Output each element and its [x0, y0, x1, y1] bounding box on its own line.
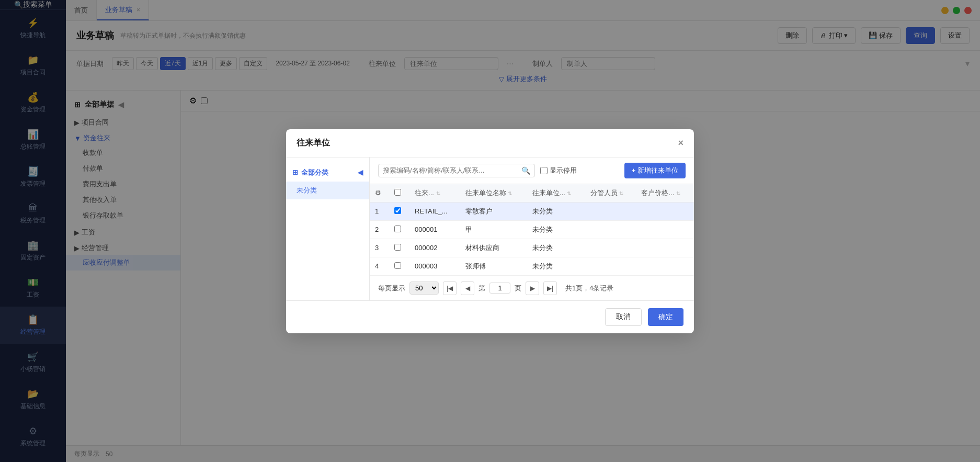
sort-icon-category[interactable]: ⇅: [567, 190, 571, 196]
col-code: 往来... ⇅: [409, 184, 460, 202]
page-size-select[interactable]: 10 20 50 100: [409, 281, 439, 295]
row-no: 4: [370, 257, 389, 275]
partner-dialog: 往来单位 × ⊞ 全部分类 ◀ 未分类 🔍: [286, 129, 694, 333]
row-code: 000001: [409, 220, 460, 239]
row-category: 未分类: [527, 239, 585, 257]
show-disabled-label[interactable]: 显示停用: [540, 166, 577, 175]
page-first-button[interactable]: |◀: [443, 281, 457, 295]
cancel-button[interactable]: 取消: [605, 308, 642, 326]
total-info: 共1页，4条记录: [565, 284, 613, 293]
dialog-overlay: 往来单位 × ⊞ 全部分类 ◀ 未分类 🔍: [0, 0, 980, 462]
sort-icon-name[interactable]: ⇅: [508, 190, 512, 196]
row-name: 零散客户: [460, 202, 527, 220]
row-checkbox[interactable]: [389, 257, 409, 275]
row-checkbox[interactable]: [389, 202, 409, 220]
dialog-cat-all-label: 全部分类: [301, 168, 328, 177]
dialog-sidebar: ⊞ 全部分类 ◀ 未分类: [286, 157, 370, 300]
grid-icon-2: ⊞: [292, 168, 298, 176]
dialog-search-input[interactable]: [383, 166, 521, 174]
row-price: [636, 220, 694, 239]
row-no: 3: [370, 239, 389, 257]
sort-icon-price[interactable]: ⇅: [676, 190, 680, 196]
row-price: [636, 239, 694, 257]
dialog-actions: 取消 确定: [286, 300, 694, 333]
dialog-cat-all[interactable]: ⊞ 全部分类 ◀: [286, 164, 369, 182]
row-name: 材料供应商: [460, 239, 527, 257]
select-all-dialog[interactable]: [394, 189, 401, 196]
show-disabled-text: 显示停用: [550, 166, 577, 175]
row-category: 未分类: [527, 202, 585, 220]
table-row[interactable]: 4 000003 张师傅 未分类: [370, 257, 694, 275]
row-price: [636, 202, 694, 220]
row-manager: [585, 202, 636, 220]
dialog-main: 🔍 显示停用 + 新增往来单位 ⚙: [370, 157, 694, 300]
row-name: 甲: [460, 220, 527, 239]
row-no: 2: [370, 220, 389, 239]
row-name: 张师傅: [460, 257, 527, 275]
table-row[interactable]: 2 000001 甲 未分类: [370, 220, 694, 239]
col-settings[interactable]: ⚙: [370, 184, 389, 202]
show-disabled-checkbox[interactable]: [540, 167, 548, 174]
page-prev-button[interactable]: ◀: [461, 281, 474, 295]
sort-icon-manager[interactable]: ⇅: [619, 190, 623, 196]
row-code: 000003: [409, 257, 460, 275]
row-checkbox[interactable]: [389, 239, 409, 257]
dialog-footer-bar: 每页显示 10 20 50 100 |◀ ◀ 第 页 ▶ ▶| 共1页，4条记录: [370, 276, 694, 300]
row-category: 未分类: [527, 220, 585, 239]
dialog-table-wrap: ⚙ 往来... ⇅ 往来单位名称 ⇅ 往来单位... ⇅ 分管人员 ⇅ 客户价格…: [370, 184, 694, 276]
dialog-toolbar: 🔍 显示停用 + 新增往来单位: [370, 157, 694, 184]
row-manager: [585, 239, 636, 257]
add-partner-button[interactable]: + 新增往来单位: [624, 163, 686, 178]
col-checkbox[interactable]: [389, 184, 409, 202]
table-row[interactable]: 1 RETAIL_... 零散客户 未分类: [370, 202, 694, 220]
col-price: 客户价格... ⇅: [636, 184, 694, 202]
row-no: 1: [370, 202, 389, 220]
row-category: 未分类: [527, 257, 585, 275]
page-next-button[interactable]: ▶: [526, 281, 539, 295]
row-price: [636, 257, 694, 275]
page-go-label: 第: [478, 284, 485, 293]
collapse-icon: ◀: [358, 168, 363, 176]
row-code: 000002: [409, 239, 460, 257]
row-manager: [585, 257, 636, 275]
row-code: RETAIL_...: [409, 202, 460, 220]
search-icon-2: 🔍: [521, 166, 530, 175]
col-manager: 分管人员 ⇅: [585, 184, 636, 202]
page-last-button[interactable]: ▶|: [543, 281, 557, 295]
confirm-button[interactable]: 确定: [648, 308, 683, 326]
dialog-search-box[interactable]: 🔍: [378, 164, 535, 177]
dialog-header: 往来单位 ×: [286, 129, 694, 157]
sort-icon-code[interactable]: ⇅: [436, 190, 440, 196]
row-checkbox[interactable]: [389, 220, 409, 239]
dialog-body: ⊞ 全部分类 ◀ 未分类 🔍 显示停用: [286, 157, 694, 300]
page-word: 页: [515, 284, 521, 293]
dialog-table: ⚙ 往来... ⇅ 往来单位名称 ⇅ 往来单位... ⇅ 分管人员 ⇅ 客户价格…: [370, 184, 694, 276]
table-row[interactable]: 3 000002 材料供应商 未分类: [370, 239, 694, 257]
page-number-input[interactable]: [489, 283, 510, 294]
dialog-title: 往来单位: [297, 138, 330, 149]
page-size-label: 每页显示: [378, 284, 405, 293]
row-manager: [585, 220, 636, 239]
dialog-cat-uncategorized[interactable]: 未分类: [286, 182, 369, 199]
col-name: 往来单位名称 ⇅: [460, 184, 527, 202]
col-category: 往来单位... ⇅: [527, 184, 585, 202]
dialog-close-button[interactable]: ×: [678, 138, 683, 149]
